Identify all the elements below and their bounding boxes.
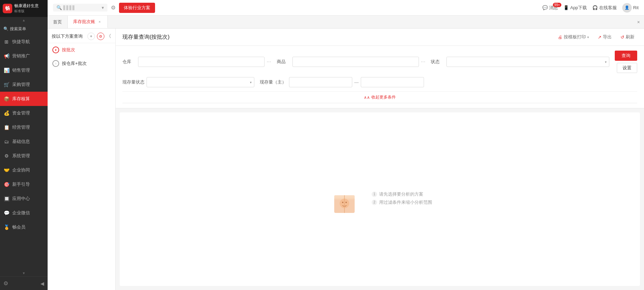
- wechat-icon: 💬: [3, 210, 10, 216]
- sidebar-item-wechat[interactable]: 💬 企业微信: [0, 206, 48, 220]
- empty-hints: 1 请先选择要分析的方案 2 用过滤条件来缩小分析范围: [372, 191, 432, 207]
- sidebar-item-apps[interactable]: 🔲 应用中心: [0, 192, 48, 206]
- form-buttons: 查询 设置: [615, 51, 637, 73]
- sidebar-settings-icon[interactable]: ⚙: [3, 280, 8, 287]
- settings-button[interactable]: 设置: [617, 63, 637, 73]
- batch-filter-icon: ●: [52, 47, 59, 53]
- sidebar-item-label: 基础信息: [12, 139, 30, 145]
- empty-illustration: [327, 182, 361, 216]
- status-select[interactable]: [446, 57, 609, 67]
- industry-solution-button[interactable]: 体验行业方案: [119, 3, 155, 13]
- sidebar-item-operations[interactable]: 📋 经营管理: [0, 120, 48, 134]
- plus-icon: +: [90, 34, 92, 39]
- brand-info: 畅康通好生意 标准版: [14, 3, 39, 14]
- product-dots[interactable]: ···: [421, 59, 425, 65]
- sidebar-item-inventory[interactable]: 📦 库存核算: [0, 92, 48, 106]
- filter-add-button[interactable]: +: [87, 33, 95, 40]
- export-button[interactable]: ↗ 导出: [595, 33, 614, 41]
- sidebar-item-member[interactable]: 🏅 畅会员: [0, 220, 48, 234]
- product-input[interactable]: [292, 57, 419, 67]
- page-title: 现存量查询(按批次): [122, 34, 170, 41]
- username-label: Rit: [633, 5, 639, 10]
- sidebar-item-marketing[interactable]: 📢 营销推广: [0, 49, 48, 63]
- app-download-button[interactable]: 📱 App下载: [563, 5, 587, 11]
- print-dropdown-icon[interactable]: ▾: [587, 35, 589, 39]
- export-icon: ↗: [598, 35, 601, 40]
- search-menu-item[interactable]: 🔍 搜索菜单: [0, 23, 48, 35]
- refresh-button[interactable]: ↺ 刷新: [618, 33, 637, 41]
- sidebar-item-finance[interactable]: 💰 资金管理: [0, 106, 48, 120]
- messages-button[interactable]: 💬 消息 99+: [542, 5, 558, 11]
- warehouse-input[interactable]: [138, 57, 265, 67]
- tab-home[interactable]: 首页: [48, 16, 68, 28]
- online-support-label: 在线客服: [599, 5, 617, 11]
- hint-1-text: 请先选择要分析的方案: [379, 191, 423, 197]
- page-header: 现存量查询(按批次) 🖨 按模板打印 ▾ ↗ 导出 ↺ 刷新: [116, 29, 644, 46]
- qty-range-dash: —: [354, 80, 359, 85]
- inventory-status-field: 现存量状态 ▾: [122, 77, 254, 87]
- filter-settings-button[interactable]: ⚙: [97, 33, 104, 40]
- warehouse-dots[interactable]: ···: [267, 59, 271, 65]
- panel-close-button[interactable]: ×: [633, 16, 644, 28]
- sidebar-scroll-down[interactable]: ▼: [0, 270, 48, 276]
- sidebar-item-label: 企业微信: [12, 210, 30, 216]
- filter-item-by-batch[interactable]: ● 按批次: [48, 43, 115, 57]
- finance-icon: 💰: [3, 110, 10, 116]
- tab-close-button[interactable]: ×: [97, 19, 102, 24]
- tab-inventory-batch[interactable]: 库存批次账 ×: [68, 16, 108, 28]
- top-search-dropdown[interactable]: ▾: [102, 5, 104, 10]
- online-support-button[interactable]: 🎧 在线客服: [592, 5, 617, 11]
- quick-nav-icon: ⊞: [3, 39, 10, 45]
- inventory-qty-to[interactable]: [361, 77, 424, 87]
- sales-icon: 📊: [3, 67, 10, 73]
- sidebar-item-label: 企业协同: [12, 167, 30, 173]
- print-label: 按模板打印: [564, 34, 586, 40]
- basic-icon: 🗂: [3, 139, 10, 145]
- tab-home-label: 首页: [53, 19, 62, 25]
- export-label: 导出: [603, 34, 612, 40]
- sidebar-item-sales[interactable]: 📊 销售管理: [0, 63, 48, 77]
- sidebar-item-purchase[interactable]: 🛒 采购管理: [0, 77, 48, 92]
- sidebar-item-system[interactable]: ⚙ 系统管理: [0, 149, 48, 163]
- page-header-actions: 🖨 按模板打印 ▾ ↗ 导出 ↺ 刷新: [555, 33, 637, 41]
- sidebar-item-label: 系统管理: [12, 153, 30, 159]
- app-download-icon: 📱: [563, 5, 569, 10]
- refresh-icon: ↺: [621, 35, 624, 40]
- inventory-qty-field: 现存量（主） —: [260, 77, 424, 87]
- newbie-icon: 🎯: [3, 181, 10, 187]
- marketing-icon: 📢: [3, 53, 10, 59]
- sidebar-collapse-icon[interactable]: ◀: [40, 281, 44, 286]
- sidebar-item-basic[interactable]: 🗂 基础信息: [0, 134, 48, 149]
- collapse-bar[interactable]: ∧∧ 收起更多条件: [122, 91, 637, 103]
- query-button[interactable]: 查询: [615, 51, 637, 61]
- empty-hint-2: 2 用过滤条件来缩小分析范围: [372, 199, 432, 205]
- search-icon: 🔍: [3, 26, 9, 31]
- avatar-icon: 👤: [625, 5, 629, 10]
- topbar-actions: 💬 消息 99+ 📱 App下载 🎧 在线客服 👤 Rit: [542, 3, 639, 13]
- filter-item-by-warehouse-batch[interactable]: ○ 按仓库+批次: [48, 57, 115, 70]
- inventory-icon: 📦: [3, 96, 10, 102]
- system-icon: ⚙: [3, 153, 10, 159]
- topbar-settings-icon[interactable]: ⚙: [111, 4, 116, 11]
- svg-point-4: [345, 202, 347, 203]
- sidebar-item-newbie[interactable]: 🎯 新手引导: [0, 177, 48, 192]
- filter-collapse-button[interactable]: 《: [106, 33, 111, 39]
- top-search-area[interactable]: 🔍 ▋▋▋▋ ▾: [53, 4, 107, 12]
- brand-name: 畅康通好生意: [14, 3, 39, 9]
- filter-actions: + ⚙ 《: [87, 33, 111, 40]
- sidebar-item-quick-nav[interactable]: ⊞ 快捷导航: [0, 35, 48, 49]
- sidebar: 畅 畅康通好生意 标准版 ▲ 🔍 搜索菜单 ⊞ 快捷导航 📢 营销推广 📊 销售…: [0, 0, 48, 290]
- inventory-status-select-wrapper: ▾: [147, 77, 254, 87]
- inventory-status-select[interactable]: [147, 77, 254, 87]
- refresh-label: 刷新: [626, 34, 634, 40]
- brand-edition: 标准版: [14, 9, 39, 14]
- sidebar-item-enterprise[interactable]: 🤝 企业协同: [0, 163, 48, 177]
- sidebar-item-label: 快捷导航: [12, 39, 30, 45]
- inventory-qty-label: 现存量（主）: [260, 79, 287, 85]
- sidebar-scroll-up[interactable]: ▲: [0, 17, 48, 23]
- inventory-qty-from[interactable]: [289, 77, 352, 87]
- print-button[interactable]: 🖨 按模板打印 ▾: [555, 33, 592, 41]
- user-profile-button[interactable]: 👤 Rit: [622, 3, 639, 13]
- topbar: 🔍 ▋▋▋▋ ▾ ⚙ 体验行业方案 💬 消息 99+ 📱 App下载 🎧 在线客…: [48, 0, 644, 16]
- top-search-icon: 🔍: [56, 5, 62, 10]
